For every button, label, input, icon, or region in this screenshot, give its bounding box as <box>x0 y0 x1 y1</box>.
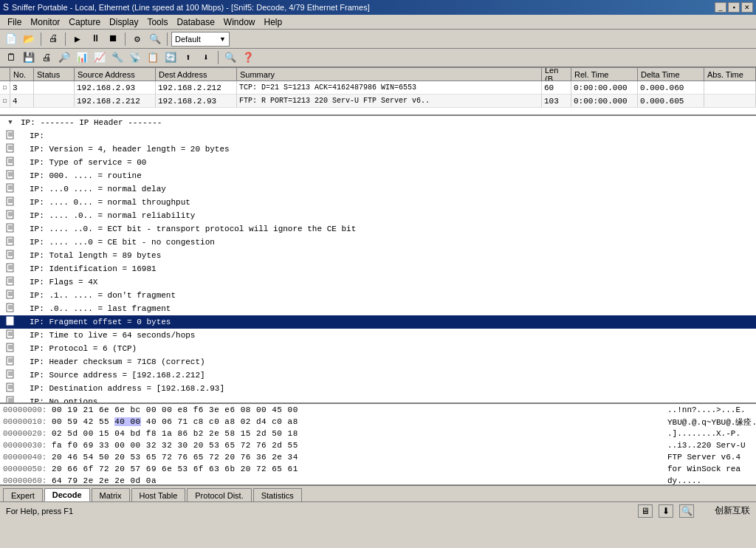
menu-item-window[interactable]: Window <box>219 16 260 29</box>
decode-text: IP: .1.. .... = don't fragment <box>21 291 176 300</box>
hex-offset: 00000050: <box>0 465 52 473</box>
row-src: 192.168.2.212 <box>75 95 156 107</box>
tb2-btn3[interactable]: 🖨 <box>38 49 55 66</box>
decode-row[interactable]: IP: No options <box>0 395 756 404</box>
decode-row[interactable]: IP: .... ...0 = CE bit - no congestion <box>0 236 756 249</box>
tb2-btn4[interactable]: 🔎 <box>56 49 72 66</box>
decode-row[interactable]: IP: Source address = [192.168.2.212] <box>0 369 756 382</box>
pause-button[interactable]: ⏸ <box>87 31 103 47</box>
restore-button[interactable]: ▪ <box>728 2 740 13</box>
hex-bytes: 00 19 21 6e 6e bc 00 00 e8 f6 3e e6 08 0… <box>52 405 667 414</box>
print-button[interactable]: 🖨 <box>45 31 61 47</box>
packet-row[interactable]: ☐ 3 192.168.2.93 192.168.2.212 TCP: D=21… <box>0 81 756 95</box>
decode-row[interactable]: IP: Version = 4, header length = 20 byte… <box>0 143 756 156</box>
tb2-btn6[interactable]: 📈 <box>92 49 108 66</box>
col-header-delta: Delta Time <box>638 68 704 81</box>
hex-offset: 00000060: <box>0 476 52 485</box>
decode-row[interactable]: IP: .1.. .... = don't fragment <box>0 289 756 302</box>
tab-statistics[interactable]: Statistics <box>253 488 302 501</box>
row-rel: 0:00:00.000 <box>571 81 638 94</box>
tb2-btn5[interactable]: 📊 <box>74 49 90 66</box>
decode-row[interactable]: IP: <box>0 129 756 143</box>
status-icon-3[interactable]: 🔍 <box>679 504 694 518</box>
decode-panel[interactable]: ▼IP: ------- IP Header -------IP:IP: Ver… <box>0 116 756 404</box>
settings-button[interactable]: ⚙ <box>129 31 145 47</box>
decode-text: IP: .... .0.. = normal reliability <box>21 211 195 220</box>
window-controls[interactable]: _ ▪ ✕ <box>715 2 753 13</box>
decode-row[interactable]: IP: .0.. .... = last fragment <box>0 302 756 315</box>
decode-row[interactable]: IP: Total length = 89 bytes <box>0 249 756 262</box>
tab-decode[interactable]: Decode <box>44 488 90 501</box>
hex-ascii: dy..... <box>667 476 756 485</box>
packet-row[interactable]: ☐ 4 192.168.2.212 192.168.2.93 FTP: R PO… <box>0 95 756 108</box>
tab-protocol-dist.[interactable]: Protocol Dist. <box>187 488 251 501</box>
row-check[interactable]: ☐ <box>0 81 10 94</box>
minimize-button[interactable]: _ <box>715 2 726 13</box>
decode-row[interactable]: IP: Identification = 16981 <box>0 262 756 275</box>
tb2-btn7[interactable]: 🔧 <box>109 49 126 66</box>
doc-icon <box>0 356 21 369</box>
decode-row[interactable]: IP: .... 0... = normal throughput <box>0 196 756 209</box>
decode-row[interactable]: IP: 000. .... = routine <box>0 169 756 182</box>
decode-row[interactable]: IP: Time to live = 64 seconds/hops <box>0 329 756 342</box>
decode-row[interactable]: IP: Type of service = 00 <box>0 156 756 169</box>
tb2-btn10[interactable]: 🔄 <box>162 49 179 66</box>
decode-row[interactable]: IP: Destination address = [192.168.2.93] <box>0 382 756 395</box>
row-abs <box>704 95 756 107</box>
doc-icon <box>0 143 21 156</box>
expand-icon[interactable]: ▼ <box>0 119 21 126</box>
menu-item-file[interactable]: File <box>3 16 26 29</box>
decode-row[interactable]: ▼IP: ------- IP Header ------- <box>0 116 756 129</box>
decode-text: IP: 000. .... = routine <box>21 171 142 180</box>
row-status <box>34 81 75 94</box>
new-button[interactable]: 📄 <box>3 31 19 47</box>
status-icon-1[interactable]: 🖥 <box>638 504 653 518</box>
tb2-btn9[interactable]: 📋 <box>145 49 161 66</box>
menu-item-monitor[interactable]: Monitor <box>26 16 64 29</box>
decode-row[interactable]: IP: Protocol = 6 (TCP) <box>0 342 756 355</box>
menu-item-display[interactable]: Display <box>105 16 142 29</box>
filter-button[interactable]: 🔍 <box>147 31 163 47</box>
decode-row[interactable]: IP: ...0 .... = normal delay <box>0 182 756 196</box>
dropdown-arrow[interactable]: ▼ <box>219 35 226 43</box>
stop-button[interactable]: ⏹ <box>105 31 121 47</box>
menu-item-tools[interactable]: Tools <box>142 16 172 29</box>
decode-text: IP: .... 0... = normal throughput <box>21 198 190 207</box>
tb2-btn11[interactable]: ⬆ <box>180 49 196 66</box>
col-header-dst: Dest Address <box>156 68 237 81</box>
tab-matrix[interactable]: Matrix <box>92 488 130 501</box>
menu-item-help[interactable]: Help <box>260 16 287 29</box>
row-summary: FTP: R PORT=1213 220 Serv-U FTP Server v… <box>237 95 542 107</box>
decode-row[interactable]: IP: .... .0.. = normal reliability <box>0 209 756 222</box>
tb2-btn14[interactable]: ❓ <box>240 49 256 66</box>
hex-row: 00000050: 20 66 6f 72 20 57 69 6e 53 6f … <box>0 463 756 475</box>
menu-item-capture[interactable]: Capture <box>64 16 105 29</box>
tb2-btn8[interactable]: 📡 <box>127 49 143 66</box>
decode-row[interactable]: IP: .... ..0. = ECT bit - transport prot… <box>0 222 756 236</box>
row-dst: 192.168.2.93 <box>156 95 237 107</box>
decode-row[interactable]: IP: Fragment offset = 0 bytes <box>0 315 756 329</box>
menu-item-database[interactable]: Database <box>172 16 219 29</box>
decode-row[interactable]: IP: Flags = 4X <box>0 275 756 289</box>
toolbar-1: 📄 📂 🖨 ▶ ⏸ ⏹ ⚙ 🔍 Default ▼ <box>0 30 756 49</box>
close-button[interactable]: ✕ <box>741 2 753 13</box>
doc-icon <box>0 250 21 262</box>
row-check[interactable]: ☐ <box>0 95 10 107</box>
status-icon-2[interactable]: ⬇ <box>659 504 673 518</box>
open-button[interactable]: 📂 <box>21 31 37 47</box>
tab-host-table[interactable]: Host Table <box>131 488 186 501</box>
hex-row: 00000040: 20 46 54 50 20 53 65 72 76 65 … <box>0 451 756 463</box>
tab-expert[interactable]: Expert <box>3 488 43 501</box>
profile-dropdown[interactable]: Default ▼ <box>171 32 230 47</box>
tb2-btn12[interactable]: ⬇ <box>198 49 214 66</box>
tb2-btn2[interactable]: 💾 <box>21 49 37 66</box>
decode-row[interactable]: IP: Header checksum = 71C8 (correct) <box>0 355 756 369</box>
doc-icon <box>0 383 21 395</box>
doc-icon <box>0 170 21 182</box>
tb2-btn13[interactable]: 🔍 <box>222 49 238 66</box>
watermark: 创新互联 <box>715 504 750 517</box>
start-capture-button[interactable]: ▶ <box>69 31 86 47</box>
doc-icon <box>0 263 21 275</box>
hex-ascii: ..i3..220 Serv-U <box>667 441 756 450</box>
tb2-btn1[interactable]: 🗒 <box>3 49 19 66</box>
